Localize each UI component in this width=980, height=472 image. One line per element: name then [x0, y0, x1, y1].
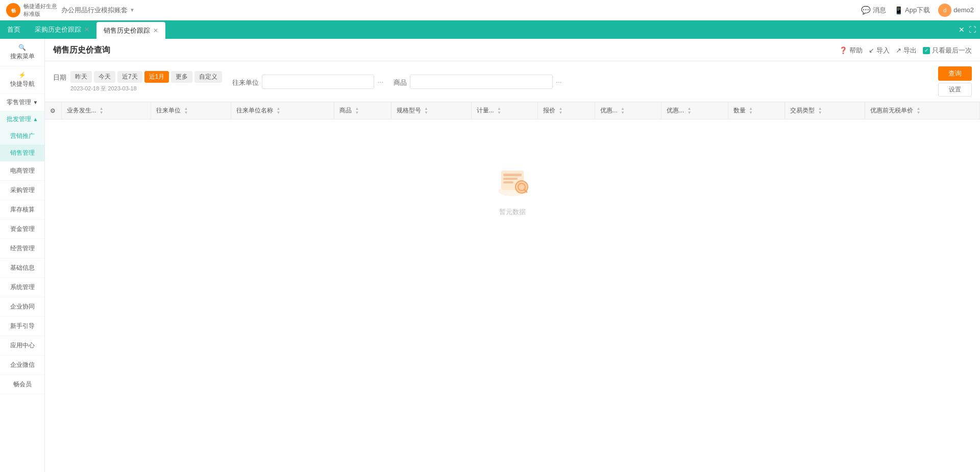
date-btn-more[interactable]: 更多 — [171, 71, 192, 83]
import-icon: ↙ — [869, 46, 874, 54]
logo-text: 畅捷通好生意 标准版 — [23, 3, 57, 17]
messenger-icon: 💬 — [861, 6, 871, 15]
app-download-button[interactable]: 📱 App下载 — [894, 6, 930, 15]
sidebar-item-app-center[interactable]: 应用中心 — [0, 336, 44, 356]
col-counterparty-name[interactable]: 往来单位名称 ▲▼ — [231, 102, 334, 120]
messenger-button[interactable]: 💬 消息 — [861, 6, 886, 15]
sidebar-item-wechat[interactable]: 企业微信 — [0, 356, 44, 375]
date-filter-group: 日期 昨天 今天 近7天 近1月 更多 自定义 2023-02-18 至 202… — [53, 71, 222, 92]
product-input[interactable] — [410, 75, 553, 89]
logo-icon: 畅 — [6, 3, 20, 17]
top-bar: 畅 畅捷通好生意 标准版 办公用品行业模拟账套 ▼ 💬 消息 📱 App下载 d… — [0, 0, 980, 20]
main-layout: 🔍 搜索菜单 ⚡ 快捷导航 零售管理 ▼ 批发管理 ▲ 营销推广 销售管理 电商… — [0, 39, 980, 472]
checkbox-icon: ✓ — [923, 47, 930, 54]
page-actions: ❓ 帮助 ↙ 导入 ↗ 导出 ✓ 只看最后一次 — [839, 46, 972, 55]
date-btn-last1month[interactable]: 近1月 — [144, 71, 169, 83]
sort-arrows-biz-date: ▲▼ — [100, 107, 104, 115]
date-btn-yesterday[interactable]: 昨天 — [70, 71, 92, 83]
query-button[interactable]: 查询 — [938, 66, 972, 81]
date-btn-today[interactable]: 今天 — [94, 71, 115, 83]
export-icon: ↗ — [896, 46, 901, 54]
counterparty-filter: 往来单位 ··· — [232, 75, 383, 89]
counterparty-input[interactable] — [262, 75, 374, 89]
date-btn-custom[interactable]: 自定义 — [194, 71, 222, 83]
top-bar-right: 💬 消息 📱 App下载 d demo2 — [861, 4, 974, 17]
close-window-icon[interactable]: ✕ — [959, 26, 965, 34]
sidebar-item-finance[interactable]: 资金管理 — [0, 220, 44, 239]
sort-arrows-discount2: ▲▼ — [688, 107, 692, 115]
date-btn-last7days[interactable]: 近7天 — [117, 71, 142, 83]
sidebar-item-inventory[interactable]: 库存核算 — [0, 200, 44, 220]
tab-close-purchase[interactable]: ✕ — [84, 26, 89, 33]
search-menu-icon: 🔍 — [18, 44, 26, 51]
counterparty-label: 往来单位 — [232, 76, 259, 87]
tab-bar: 首页 采购历史价跟踪 ✕ 销售历史价跟踪 ✕ ✕ ⛶ — [0, 20, 980, 39]
date-options: 昨天 今天 近7天 近1月 更多 自定义 2023-02-18 至 2023-0… — [70, 71, 222, 92]
sidebar-item-purchase[interactable]: 采购管理 — [0, 181, 44, 200]
empty-icon — [492, 160, 533, 201]
app-download-icon: 📱 — [894, 6, 903, 14]
col-biz-date[interactable]: 业务发生... ▲▼ — [61, 102, 151, 120]
sidebar-item-sales-mgmt[interactable]: 销售管理 — [0, 145, 44, 161]
product-label: 商品 — [394, 76, 407, 87]
sidebar-item-retail[interactable]: 零售管理 ▼ — [0, 94, 44, 111]
app-title-area[interactable]: 办公用品行业模拟账套 ▼ — [61, 6, 135, 15]
sidebar-item-guide[interactable]: 新手引导 — [0, 317, 44, 336]
sidebar-item-system[interactable]: 系统管理 — [0, 278, 44, 297]
user-profile[interactable]: d demo2 — [938, 4, 974, 17]
table-container: ⚙ 业务发生... ▲▼ 往来单位 ▲▼ 往来单位名称 ▲▼ — [45, 102, 980, 472]
col-unit[interactable]: 计量... ▲▼ — [471, 102, 538, 120]
sort-arrows-unit: ▲▼ — [497, 107, 501, 115]
sidebar-item-ecommerce[interactable]: 电商管理 — [0, 161, 44, 181]
app-title: 办公用品行业模拟账套 — [61, 6, 128, 15]
sidebar-item-enterprise[interactable]: 企业协同 — [0, 297, 44, 317]
export-button[interactable]: ↗ 导出 — [896, 46, 917, 55]
date-range: 2023-02-18 至 2023-03-18 — [70, 85, 222, 92]
date-label: 日期 — [53, 71, 66, 82]
help-icon: ❓ — [839, 46, 847, 54]
col-discount2[interactable]: 优惠... ▲▼ — [662, 102, 728, 120]
settings-button[interactable]: 设置 — [938, 83, 972, 97]
sidebar-item-member[interactable]: 畅会员 — [0, 375, 44, 394]
sidebar-item-search-menu[interactable]: 🔍 搜索菜单 — [0, 39, 44, 66]
sales-history-tab-label: 销售历史价跟踪 — [104, 26, 150, 35]
sidebar-item-quick-nav[interactable]: ⚡ 快捷导航 — [0, 66, 44, 94]
only-last-checkbox[interactable]: ✓ 只看最后一次 — [923, 46, 972, 55]
sidebar: 🔍 搜索菜单 ⚡ 快捷导航 零售管理 ▼ 批发管理 ▲ 营销推广 销售管理 电商… — [0, 39, 45, 472]
tab-home[interactable]: 首页 — [0, 20, 28, 39]
import-button[interactable]: ↙ 导入 — [869, 46, 890, 55]
sort-arrows-discount1: ▲▼ — [621, 107, 625, 115]
filter-actions: 查询 设置 — [938, 66, 972, 97]
tab-sales-history[interactable]: 销售历史价跟踪 ✕ — [96, 22, 165, 39]
col-spec[interactable]: 规格型号 ▲▼ — [391, 102, 471, 120]
col-counterparty[interactable]: 往来单位 ▲▼ — [151, 102, 231, 120]
date-buttons: 昨天 今天 近7天 近1月 更多 自定义 — [70, 71, 222, 83]
sidebar-item-basic-info[interactable]: 基础信息 — [0, 258, 44, 278]
tab-purchase-history[interactable]: 采购历史价跟踪 ✕ — [28, 20, 96, 39]
sort-arrows-quote: ▲▼ — [558, 107, 562, 115]
sort-arrows-qty: ▲▼ — [749, 107, 753, 115]
col-qty[interactable]: 数量 ▲▼ — [728, 102, 785, 120]
col-product[interactable]: 商品 ▲▼ — [334, 102, 391, 120]
page-title-row: 销售历史价查询 ❓ 帮助 ↙ 导入 ↗ 导出 ✓ — [53, 45, 972, 56]
col-pretax[interactable]: 优惠前无税单价 ▲▼ — [865, 102, 980, 120]
page-header: 销售历史价查询 ❓ 帮助 ↙ 导入 ↗ 导出 ✓ — [45, 39, 980, 61]
sort-arrows-counterparty-name: ▲▼ — [276, 107, 280, 115]
col-trade-type[interactable]: 交易类型 ▲▼ — [785, 102, 865, 120]
sidebar-item-marketing[interactable]: 营销推广 — [0, 128, 44, 145]
help-button[interactable]: ❓ 帮助 — [839, 46, 863, 55]
product-ellipsis[interactable]: ··· — [556, 78, 562, 86]
retail-arrow-icon: ▼ — [33, 100, 38, 105]
sort-arrows-spec: ▲▼ — [424, 107, 428, 115]
sidebar-item-operations[interactable]: 经营管理 — [0, 239, 44, 258]
svg-rect-5 — [503, 178, 518, 180]
col-gear[interactable]: ⚙ — [45, 102, 61, 120]
col-quote[interactable]: 报价 ▲▼ — [538, 102, 595, 120]
sidebar-item-wholesale[interactable]: 批发管理 ▲ — [0, 111, 44, 128]
counterparty-ellipsis[interactable]: ··· — [377, 78, 383, 86]
col-discount1[interactable]: 优惠... ▲▼ — [595, 102, 662, 120]
wholesale-arrow-icon: ▲ — [33, 116, 38, 122]
maximize-icon[interactable]: ⛶ — [969, 26, 976, 34]
tab-close-sales[interactable]: ✕ — [153, 27, 158, 34]
gear-icon[interactable]: ⚙ — [50, 107, 56, 114]
